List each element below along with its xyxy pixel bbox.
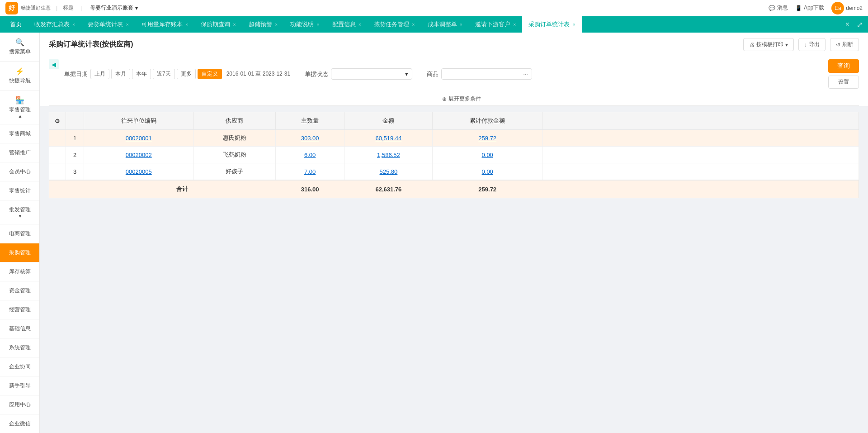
sidebar-item-purchase[interactable]: 采购管理 [0,243,39,262]
goods-more-icon[interactable]: ··· [523,71,528,77]
tab-collect-send[interactable]: 收发存汇总表 × [28,16,81,33]
sidebar-item-wechat[interactable]: 企业微信 [0,414,39,433]
sidebar-item-apps[interactable]: 应用中心 [0,395,39,414]
tab-close-icon[interactable]: × [72,22,75,27]
row-quantity: 7.00 [275,163,344,181]
sidebar-item-newbie[interactable]: 新手引导 [0,376,39,395]
print-button[interactable]: 🖨 按模板打印 ▾ [743,38,794,51]
tab-close-icon[interactable]: × [412,22,415,27]
date-btn-this-year[interactable]: 本年 [132,69,151,79]
expand-more-button[interactable]: ⊕ 展开更多条件 [439,94,485,104]
sidebar-item-ecommerce[interactable]: 电商管理 [0,224,39,243]
tab-order-stats[interactable]: 要货单统计表 × [81,16,135,33]
tab-close-icon[interactable]: × [572,22,575,27]
status-select[interactable]: ▾ [331,68,412,80]
tab-config-info[interactable]: 配置信息 × [326,16,368,33]
th-unit-code: 往来单位编码 [84,112,194,130]
date-btn-7days[interactable]: 近7天 [153,69,175,79]
amount-link[interactable]: 1,586.52 [377,152,400,158]
status-label: 单据状态 [305,70,328,78]
amount-link[interactable]: 525.80 [380,168,398,175]
sidebar-item-search[interactable]: 🔍 搜索菜单 [0,33,39,62]
tab-function-desc[interactable]: 功能说明 × [284,16,326,33]
tab-pick-task[interactable]: 拣货任务管理 × [368,16,421,33]
unit-code-link[interactable]: 00020005 [126,168,152,175]
sidebar-item-inventory[interactable]: 库存核算 [0,262,39,281]
tab-close-icon[interactable]: × [316,22,319,27]
date-btn-more[interactable]: 更多 [177,69,196,79]
quantity-link[interactable]: 303.00 [301,135,319,142]
sidebar-item-member[interactable]: 会员中心 [0,162,39,181]
logo-icon: 好 [5,2,18,14]
unit-code-link[interactable]: 00020001 [126,135,152,142]
tab-purchase-stats[interactable]: 采购订单统计表 × [522,16,581,33]
paid-link[interactable]: 0.00 [482,168,493,175]
table-header-row: ⚙ 往来单位编码 供应商 主数量 金额 累计付款金额 [49,112,859,130]
sidebar-item-retail-stats[interactable]: 零售统计 [0,181,39,200]
app-download-action[interactable]: 📱 App下载 [795,4,824,12]
paid-link[interactable]: 259.72 [478,135,496,142]
tab-home[interactable]: 首页 [4,20,28,29]
date-btn-this-month[interactable]: 本月 [111,69,130,79]
filter-collapse-button[interactable]: ◀ [49,59,59,69]
user-profile[interactable]: Ea demo2 [831,2,863,14]
date-btn-custom[interactable]: 自定义 [198,69,222,79]
sidebar-item-operation[interactable]: 经营管理 [0,300,39,319]
unit-code-link[interactable]: 00020002 [126,152,152,158]
sidebar-item-retail[interactable]: 🏪 零售管理 ▲ [0,90,39,124]
sidebar-retail-stats-label: 零售统计 [9,187,31,194]
setting-button[interactable]: 设置 [828,76,859,89]
th-settings[interactable]: ⚙ [49,112,66,130]
tab-close-icon[interactable]: × [233,22,236,27]
filter-goods-item: 商品 ··· [427,68,532,80]
table-row[interactable]: 3 00020005 好孩子 7.00 525.80 0.00 [49,163,859,181]
quantity-link[interactable]: 6.00 [304,152,316,158]
paid-link[interactable]: 0.00 [482,152,493,158]
wholesale-expand-icon: ▼ [18,214,23,219]
sidebar-item-wholesale[interactable]: 批发管理 ▼ [0,200,39,224]
sidebar-item-basic[interactable]: 基础信息 [0,319,39,338]
workspace-selector[interactable]: 母婴行业演示账套 ▾ [90,4,138,12]
sidebar-item-retail-mall[interactable]: 零售商城 [0,124,39,143]
nav-expand-btn[interactable]: ⤢ [855,20,864,29]
refresh-button[interactable]: ↺ 刷新 [830,38,859,51]
tab-close-icon[interactable]: × [126,22,128,27]
tab-expiry-query[interactable]: 保质期查询 × [194,16,242,33]
sidebar-enterprise-label: 企业协同 [9,363,31,370]
retail-expand-icon: ▲ [18,114,23,119]
sidebar-item-finance[interactable]: 资金管理 [0,281,39,300]
goods-input-field[interactable] [445,71,521,77]
tab-close-icon[interactable]: × [359,22,361,27]
nav-tabs: 首页 收发存汇总表 × 要货单统计表 × 可用量库存账本 × 保质期查询 × 超… [0,16,868,33]
sidebar-item-quick-nav[interactable]: ⚡ 快捷导航 [0,62,39,90]
tab-close-icon[interactable]: × [460,22,462,27]
table-footer-row: 合计 316.00 62,631.76 259.72 [49,180,859,198]
sidebar-item-marketing[interactable]: 营销推广 [0,143,39,162]
sidebar-item-enterprise[interactable]: 企业协同 [0,357,39,376]
date-btn-last-month[interactable]: 上月 [90,69,109,79]
query-button[interactable]: 查询 [828,59,859,73]
table-row[interactable]: 1 00020001 惠氏奶粉 303.00 60,519.44 259.72 [49,130,859,147]
table-row[interactable]: 2 00020002 飞鹤奶粉 6.00 1,586.52 0.00 [49,147,859,163]
tab-label: 拣货任务管理 [374,20,409,29]
page-title-row: 采购订单统计表(按供应商) 🖨 按模板打印 ▾ ↓ 导出 ↺ 刷新 [49,38,859,51]
tab-cost-adjust[interactable]: 成本调整单 × [421,16,469,33]
tab-invite-customer[interactable]: 邀请下游客户 × [469,16,522,33]
sidebar-retail-mall-label: 零售商城 [9,130,31,137]
nav-close-btn[interactable]: × [844,20,851,29]
quantity-link[interactable]: 7.00 [304,168,316,175]
goods-input[interactable]: ··· [441,68,532,80]
export-button[interactable]: ↓ 导出 [798,38,826,51]
tab-close-icon[interactable]: × [275,22,278,27]
tab-usable-stock[interactable]: 可用量库存账本 × [135,16,194,33]
workspace-chevron-icon: ▾ [135,5,138,11]
filter-section: ◀ 单据日期 上月 本月 本年 近7天 更多 [49,59,859,105]
tab-overstock-warning[interactable]: 超储预警 × [242,16,284,33]
tab-close-icon[interactable]: × [185,22,188,27]
sidebar-item-system[interactable]: 系统管理 [0,338,39,357]
message-action[interactable]: 💬 消息 [769,4,788,12]
tab-close-icon[interactable]: × [513,22,516,27]
filter-content: 单据日期 上月 本月 本年 近7天 更多 自定义 2016-01-01 至 20… [64,59,859,105]
amount-link[interactable]: 60,519.44 [375,135,401,142]
logo-area: 好 畅捷通好生意 [5,2,51,14]
